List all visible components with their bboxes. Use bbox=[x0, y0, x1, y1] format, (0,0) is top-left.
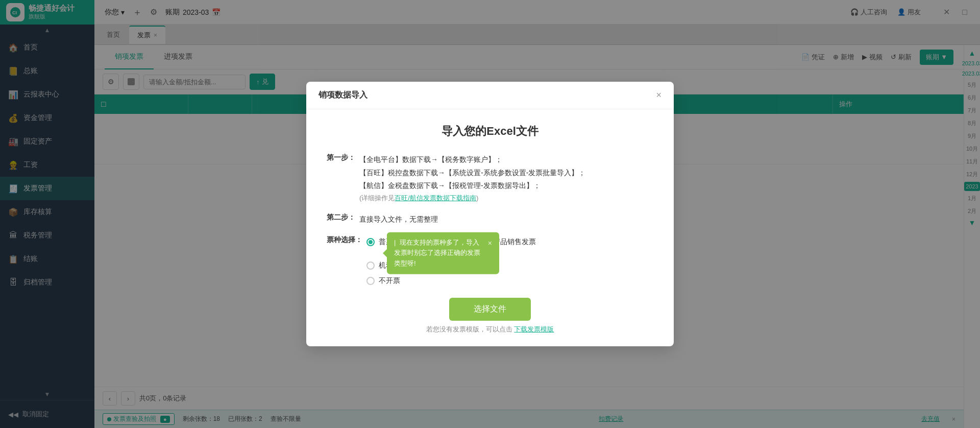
tooltip-bubble: × | 现在支持的票种多了，导入发票时别忘了选择正确的发票类型呀! bbox=[387, 232, 499, 274]
modal-overlay: 销项数据导入 × 导入您的Excel文件 第一步： 【全电平台】数据下载→【税务… bbox=[0, 0, 980, 428]
modal-body: 导入您的Excel文件 第一步： 【全电平台】数据下载→【税务数字账户】； 【百… bbox=[306, 109, 674, 346]
step1-line2: 【百旺】税控盘数据下载→【系统设置-系统参数设置-发票批量导入】； bbox=[359, 167, 585, 179]
import-modal: 销项数据导入 × 导入您的Excel文件 第一步： 【全电平台】数据下载→【税务… bbox=[306, 82, 674, 346]
radio-circle-1 bbox=[366, 238, 375, 246]
step1-content: 【全电平台】数据下载→【税务数字账户】； 【百旺】税控盘数据下载→【系统设置-系… bbox=[359, 153, 585, 204]
modal-footer-note: 若您没有发票模版，可以点击 下载发票模版 bbox=[327, 325, 653, 334]
step1-label: 第一步： bbox=[327, 153, 355, 162]
select-file-button[interactable]: 选择文件 bbox=[449, 298, 531, 321]
radio-group: 普票，专票，卷票，通行费发票，农产品销售发票 ● × | 现在支持的票 bbox=[366, 237, 536, 286]
footer-note-text: 若您没有发票模版，可以点击 bbox=[426, 325, 512, 333]
step2-content: 直接导入文件，无需整理 bbox=[359, 213, 438, 226]
step1-line3: 【航信】金税盘数据下载→【报税管理-发票数据导出】； bbox=[359, 179, 585, 192]
modal-main-title: 导入您的Excel文件 bbox=[327, 124, 653, 139]
step1-line1: 【全电平台】数据下载→【税务数字账户】； bbox=[359, 153, 585, 166]
tooltip-text: 现在支持的票种多了，导入发票时别忘了选择正确的发票类型呀! bbox=[394, 238, 480, 267]
ticket-label: 票种选择： bbox=[327, 235, 362, 245]
step2-row: 第二步： 直接导入文件，无需整理 bbox=[327, 213, 653, 226]
modal-title: 销项数据导入 bbox=[318, 90, 368, 101]
step2-label: 第二步： bbox=[327, 213, 355, 222]
modal-header: 销项数据导入 × bbox=[306, 82, 674, 109]
modal-close-button[interactable]: × bbox=[656, 90, 662, 101]
ticket-selection-row: 票种选择： 普票，专票，卷票，通行费发票，农产品销售发票 ● bbox=[327, 235, 653, 286]
tooltip-close-button[interactable]: × bbox=[488, 237, 492, 248]
tooltip-icon: | bbox=[394, 238, 396, 246]
step1-row: 第一步： 【全电平台】数据下载→【税务数字账户】； 【百旺】税控盘数据下载→【系… bbox=[327, 153, 653, 204]
step1-link[interactable]: 百旺/航信发票数据下载指南 bbox=[395, 194, 476, 202]
radio-row-1-wrapper: 普票，专票，卷票，通行费发票，农产品销售发票 ● × | 现在支持的票 bbox=[366, 237, 536, 255]
radio-circle-2 bbox=[366, 261, 375, 270]
download-template-link[interactable]: 下载发票模版 bbox=[514, 325, 554, 333]
radio-option-3[interactable]: 不开票 bbox=[366, 276, 536, 286]
radio-label-3: 不开票 bbox=[379, 276, 400, 286]
radio-circle-3 bbox=[366, 277, 375, 285]
step1-note: (详细操作见百旺/航信发票数据下载指南) bbox=[359, 192, 585, 204]
